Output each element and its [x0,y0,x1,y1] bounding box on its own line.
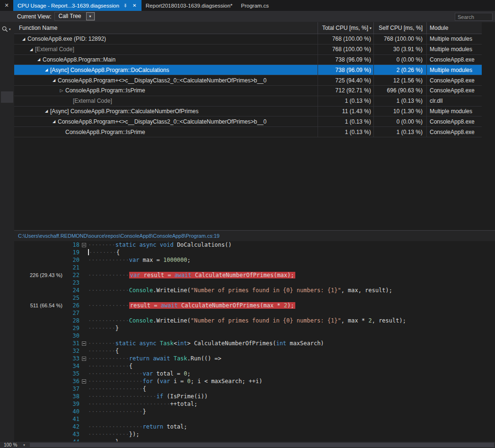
cpu-annotation [14,264,67,271]
close-icon[interactable]: ✕ [132,3,137,8]
fold-toggle[interactable] [80,241,88,249]
column-header-module[interactable]: Module [427,22,482,34]
table-row[interactable]: ConsoleApp8.Program::IsPrime1 (0.13 %)1 … [14,127,482,137]
table-row[interactable]: ▷ConsoleApp8.Program::IsPrime712 (92.71 … [14,86,482,96]
code-line[interactable]: 31········static async Task<int> Calcula… [14,340,495,347]
cpu-annotation [14,249,67,256]
column-header-total-cpu[interactable]: Total CPU [ms, %] ▾ [318,22,374,34]
cpu-annotation [14,340,67,347]
code-line[interactable]: 20············var max = 1000000; [14,256,495,264]
cpu-annotation [14,377,67,385]
code-text: ············result = await CalculateNumb… [88,302,295,309]
collapse-box-icon [82,357,86,361]
tab-report-diagsession[interactable]: Report20180103-1639.diagsession* [141,0,237,11]
code-line[interactable]: 37················{ [14,385,495,393]
zoom-level[interactable]: 100 % [0,442,17,448]
collapse-icon[interactable]: ◢ [50,78,58,82]
pin-icon[interactable] [123,3,128,8]
table-row[interactable]: [External Code]1 (0.13 %)1 (0.13 %)clr.d… [14,96,482,107]
code-line[interactable]: 18········static async void DoCalculatio… [14,241,495,249]
table-row[interactable]: ◢[Async] ConsoleApp8.Program::DoCalculat… [14,65,482,75]
fold-toggle[interactable] [80,340,88,347]
self-cpu-cell: 768 (100.00 %) [374,34,427,44]
column-header-function-name[interactable]: Function Name [14,22,318,34]
code-line[interactable]: 29········} [14,324,495,332]
fold-margin [80,249,88,256]
code-line[interactable]: 40················} [14,408,495,415]
fold-margin [80,309,88,317]
collapse-icon[interactable]: ◢ [35,57,43,62]
column-header-self-cpu[interactable]: Self CPU [ms, %] [374,22,427,34]
collapse-icon[interactable]: ◢ [20,37,27,41]
code-editor[interactable]: 18········static async void DoCalculatio… [14,241,495,441]
module-cell: Multiple modules [427,107,482,116]
self-cpu-cell: 30 (3.91 %) [374,45,427,54]
total-cpu-cell: 768 (100.00 %) [318,45,374,54]
code-line[interactable]: 511 (66.54 %)26············result = awai… [14,302,495,309]
code-line[interactable]: 42················return total; [14,423,495,430]
collapse-icon[interactable]: ◢ [43,68,50,72]
fold-margin [80,317,88,324]
code-line[interactable]: 33············return await Task.Run(() =… [14,355,495,362]
table-row[interactable]: ◢ConsoleApp8.Program+<>c__DisplayClass2_… [14,116,482,127]
collapse-icon[interactable]: ◢ [43,109,50,113]
code-line[interactable]: 39························++total; [14,400,495,408]
code-text: ················} [88,408,146,415]
table-row[interactable]: ◢ConsoleApp8.Program::Main738 (96.09 %)0… [14,55,482,65]
whitespace-dots: ················ [88,370,143,377]
tab-program-cs[interactable]: Program.cs [237,0,273,11]
function-name-cell: ◢ConsoleApp8.Program::Main [14,55,318,65]
line-number: 42 [67,423,80,430]
fold-toggle[interactable] [80,377,88,385]
fold-margin [80,324,88,332]
close-icon[interactable]: ✕ [0,0,13,11]
expand-icon[interactable]: ▷ [58,88,65,93]
total-cpu-cell: 738 (96.09 %) [318,55,374,65]
magnifier-icon[interactable]: ▾ [1,26,11,33]
fold-margin [80,279,88,287]
whitespace-dots: ················ [88,385,143,392]
fold-toggle[interactable] [80,355,88,362]
function-name-label: ConsoleApp8.exe (PID: 12892) [27,36,106,42]
code-line[interactable]: 23 [14,279,495,287]
call-tree-panel: Function Name Total CPU [ms, %] ▾ Self C… [14,22,482,137]
code-line[interactable]: 36················for (var i = 0; i < ma… [14,377,495,385]
line-number: 28 [67,317,80,324]
code-line[interactable]: 28············Console.WriteLine("Number … [14,317,495,324]
chevron-down-icon[interactable]: ▾ [23,443,25,447]
code-text: ················for (var i = 0; i < maxS… [88,377,263,385]
fold-margin [80,400,88,408]
code-line[interactable]: 38····················if (IsPrime(i)) [14,393,495,400]
table-row[interactable]: ◢ConsoleApp8.exe (PID: 12892)768 (100.00… [14,34,482,45]
code-line[interactable]: 34············{ [14,362,495,370]
code-line[interactable]: 24············Console.WriteLine("Number … [14,287,495,294]
code-line[interactable]: 226 (29.43 %)22············var result = … [14,271,495,279]
code-line[interactable]: 27 [14,309,495,317]
view-selector-dropdown[interactable]: Call Tree ▾ [54,12,95,21]
code-line[interactable]: 25 [14,294,495,302]
chevron-down-icon[interactable]: ▾ [86,12,95,20]
code-text: ············var max = 1000000; [88,256,191,264]
code-line[interactable]: 19········{ [14,249,495,256]
code-line[interactable]: 21 [14,264,495,271]
code-text: ············var result = await Calculate… [88,271,295,279]
whitespace-dots: ············ [88,272,129,278]
collapse-icon[interactable]: ◢ [50,119,58,124]
code-line[interactable]: 43············}); [14,430,495,438]
code-line[interactable]: 44········} [14,438,495,441]
scrollbar-thumb[interactable] [30,443,494,447]
table-row[interactable]: ◢[External Code]768 (100.00 %)30 (3.91 %… [14,45,482,55]
fold-margin [80,370,88,377]
code-text: ············}); [88,430,139,438]
collapse-icon[interactable]: ◢ [27,47,35,52]
code-line[interactable]: 35················var total = 0; [14,370,495,377]
code-line[interactable]: 41 [14,415,495,423]
code-line[interactable]: 32········{ [14,347,495,355]
line-number: 44 [67,438,80,441]
tab-cpu-usage-report[interactable]: CPU Usage - Report...3-1639.diagsession … [13,0,141,11]
code-line[interactable]: 30 [14,332,495,340]
search-input[interactable] [455,13,493,21]
table-row[interactable]: ◢[Async] ConsoleApp8.Program::CalculateN… [14,107,482,117]
horizontal-scrollbar[interactable] [29,442,495,448]
table-row[interactable]: ◢ConsoleApp8.Program+<>c__DisplayClass2_… [14,75,482,86]
